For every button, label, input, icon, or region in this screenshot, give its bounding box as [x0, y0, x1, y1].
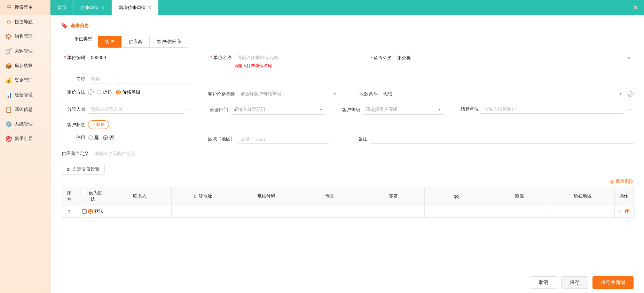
pricing-method-row: 定价方法 ? 折扣 价格等级 客户价格等级	[61, 89, 634, 99]
tab-home[interactable]: 首页	[50, 0, 74, 15]
section-title: 基本信息	[71, 23, 89, 29]
settlement-unit-input[interactable]	[481, 105, 623, 114]
region-more-btn[interactable]: ···	[332, 136, 339, 142]
sidebar-item-finance[interactable]: 💰 资金管理	[0, 73, 50, 88]
address-input[interactable]	[175, 209, 231, 214]
unit-type-both-btn[interactable]: 客户/供应商	[150, 36, 188, 48]
pricing-help-icon[interactable]: ?	[88, 89, 94, 95]
alias-label: 简称	[61, 76, 85, 82]
custom-settings-button[interactable]: ⚙ 自定义项设置	[61, 164, 105, 175]
department-placeholder: 请输入分管部门	[234, 106, 318, 113]
wechat-input[interactable]	[492, 209, 548, 214]
select-all-checkbox[interactable]	[83, 190, 87, 194]
phone-input[interactable]	[238, 209, 294, 214]
default-radio-circle	[88, 209, 93, 214]
save-button[interactable]: 保存	[561, 276, 588, 289]
pricing-level-option[interactable]: 价格等级	[116, 89, 140, 95]
row-qq[interactable]	[425, 205, 488, 218]
sidebar-item-sales[interactable]: 🏠 销售管理	[0, 29, 50, 44]
sidebar-item-label: 销售管理	[15, 33, 33, 40]
tab-trade-units[interactable]: 往来单位 ✕	[74, 0, 112, 15]
row-checkbox[interactable]	[82, 209, 87, 214]
region-field: 区域（地区） ···	[207, 135, 339, 144]
disabled-no-option[interactable]: 否	[103, 135, 114, 141]
delete-row-button[interactable]: 🗑	[624, 208, 630, 214]
col-actions: 操作	[614, 187, 633, 205]
tab-new-trade-unit[interactable]: 新增往来单位 ✕	[112, 0, 158, 15]
trash-icon: 🗑	[610, 179, 614, 184]
sidebar-item-system[interactable]: ⚙️ 系统管理	[0, 117, 50, 131]
sidebar-item-quick-nav[interactable]: ⊙ 快捷导航	[0, 15, 50, 29]
table-header-row: 🗑 批量删除	[61, 178, 634, 185]
main-area: 首页 往来单位 ✕ 新增往来单位 ✕ ✕ 🔖 基本信息 单位类型 客户	[50, 0, 644, 293]
disabled-yes-option[interactable]: 是	[88, 135, 99, 141]
row-contact[interactable]	[108, 205, 172, 218]
col-contact: 联系人	[108, 187, 172, 205]
unit-type-supplier-btn[interactable]: 供应商	[121, 36, 150, 48]
manager-label: 分管人员	[61, 106, 85, 112]
sidebar-item-search[interactable]: ☰ 搜索菜单	[0, 0, 50, 15]
customer-price-level-select[interactable]: 请选择客户价格等级 ▼	[238, 89, 339, 99]
row-email[interactable]	[361, 205, 425, 218]
region-input[interactable]	[238, 135, 329, 144]
pricing-discount-option[interactable]: 折扣	[96, 89, 112, 95]
row-phone[interactable]	[235, 205, 298, 218]
manager-input[interactable]	[88, 105, 183, 114]
footer: 取消 保存 保存并新增	[50, 272, 644, 293]
col-region: 所在地区	[551, 187, 614, 205]
sidebar-item-basic-info[interactable]: 📋 基础信息	[0, 102, 50, 117]
unit-code-field: 单位编码	[61, 53, 193, 62]
tab-new-trade-unit-close[interactable]: ✕	[148, 5, 151, 10]
col-email: 邮箱	[361, 187, 425, 205]
sidebar-item-inventory[interactable]: 📦 库存核算	[0, 58, 50, 73]
department-field: 分管部门 请输入分管部门 ▼	[207, 105, 325, 115]
disabled-no-label: 否	[109, 135, 114, 141]
sidebar-item-guide[interactable]: 🎯 新手引导	[0, 131, 50, 146]
fax-input[interactable]	[301, 209, 358, 214]
batch-delete-button[interactable]: 🗑 批量删除	[610, 178, 634, 185]
row-actions: + 🗑	[614, 205, 633, 218]
unit-category-value: 未分类	[397, 55, 626, 61]
col-qq: qq	[425, 187, 488, 205]
department-select[interactable]: 请输入分管部门 ▼	[231, 105, 325, 115]
pricing-method-label: 定价方法	[61, 89, 85, 95]
add-row-button[interactable]: +	[618, 208, 621, 214]
unit-code-input[interactable]	[88, 53, 193, 62]
cancel-button[interactable]: 取消	[530, 276, 557, 289]
unit-category-select[interactable]: 未分类 ▼	[394, 53, 634, 63]
customer-tag-label: 客户标签	[61, 122, 85, 128]
alias-input[interactable]	[88, 74, 193, 83]
qq-input[interactable]	[428, 209, 484, 214]
settlement-unit-more-btn[interactable]: ···	[626, 106, 634, 112]
unit-type-customer-btn[interactable]: 客户	[98, 36, 121, 48]
customer-level-select[interactable]: 请选择客户等级 ▼	[363, 105, 444, 115]
region-label: 区域（地区）	[207, 136, 235, 142]
email-input[interactable]	[365, 209, 421, 214]
row-region[interactable]	[551, 205, 614, 218]
payment-terms-help-icon[interactable]: ?	[628, 91, 634, 97]
unit-name-input[interactable]	[234, 53, 353, 62]
row-fax[interactable]	[298, 205, 361, 218]
add-tag-button[interactable]: + 标签	[88, 120, 109, 129]
payment-terms-select[interactable]: 现结 ▼	[380, 89, 625, 99]
tab-bar: 首页 往来单位 ✕ 新增往来单位 ✕ ✕	[50, 0, 644, 15]
supplier-custom-label: 供应商自定义	[61, 150, 89, 157]
save-new-button[interactable]: 保存并新增	[592, 276, 634, 289]
close-window-button[interactable]: ✕	[628, 4, 644, 11]
supplier-custom-input[interactable]	[92, 149, 228, 158]
row-address[interactable]	[171, 205, 235, 218]
manager-more-btn[interactable]: ···	[186, 106, 193, 112]
guide-icon: 🎯	[6, 136, 12, 142]
home-icon: ⊙	[6, 19, 12, 25]
sidebar-item-label: 快捷导航	[15, 19, 33, 25]
contact-input[interactable]	[112, 209, 168, 214]
disabled-no-radio	[103, 135, 108, 140]
row-default-radio[interactable]: 默认	[88, 208, 103, 214]
row-wechat[interactable]	[488, 205, 551, 218]
notes-input[interactable]	[370, 135, 634, 144]
sidebar-item-purchase[interactable]: 🛒 采购管理	[0, 44, 50, 58]
tab-trade-units-close[interactable]: ✕	[101, 5, 104, 10]
sidebar-item-operations[interactable]: 📊 经营管理	[0, 88, 50, 102]
table-section: 🗑 批量删除 序号 设为默认 联系人 到货地址	[61, 178, 634, 218]
region-input[interactable]	[555, 209, 611, 214]
